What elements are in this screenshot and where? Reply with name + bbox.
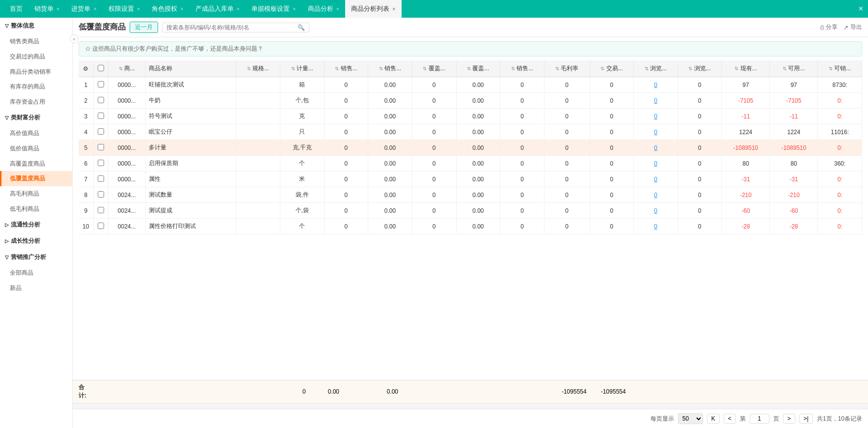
row-checkbox[interactable] <box>93 156 108 171</box>
sidebar-item-sales-products[interactable]: 销售类商品 <box>0 34 72 49</box>
filter-period-button[interactable]: 近一月 <box>130 22 158 33</box>
row-browse1[interactable]: 0 <box>634 219 678 234</box>
row-no: 8 <box>79 187 93 203</box>
row-browse1[interactable]: 0 <box>634 171 678 187</box>
per-page-select[interactable]: 50 100 200 <box>678 413 703 424</box>
sidebar-section-liquidity[interactable]: ▷ 流通性分析 <box>0 217 72 233</box>
sidebar-section-marketing[interactable]: ▽ 营销推广分析 <box>0 249 72 265</box>
row-code: 0000... <box>108 77 145 93</box>
sidebar-item-high-margin[interactable]: 高毛利商品 <box>0 186 72 201</box>
browse1-link[interactable]: 0 <box>654 192 657 199</box>
select-all-checkbox[interactable] <box>98 65 104 71</box>
row-checkbox[interactable] <box>93 171 108 187</box>
sidebar-item-low-value[interactable]: 低价值商品 <box>0 141 72 156</box>
close-permissions-icon[interactable]: × <box>137 6 140 12</box>
nav-role-auth[interactable]: 角色授权 × <box>146 0 189 18</box>
row-browse1[interactable]: 0 <box>634 109 678 124</box>
browse1-link[interactable]: 0 <box>654 207 657 214</box>
nav-purchase-order[interactable]: 进货单 × <box>65 0 102 18</box>
sidebar-item-new-products[interactable]: 新品 <box>0 281 72 296</box>
nav-permissions[interactable]: 权限设置 × <box>103 0 146 18</box>
row-checkbox[interactable] <box>93 187 108 203</box>
sidebar-item-high-value[interactable]: 高价值商品 <box>0 126 72 141</box>
sidebar-item-low-coverage[interactable]: 低覆盖度商品 <box>0 171 72 186</box>
row-sales-qty: 0 <box>324 124 368 140</box>
table-row: 8 0024... 测试数量 袋,件 0 0.00 0 0.00 0 0 0 0… <box>79 187 862 203</box>
nav-template-settings[interactable]: 单据模板设置 × <box>245 0 301 18</box>
sidebar-item-category-turnover[interactable]: 商品分类动销率 <box>0 64 72 80</box>
close-purchase-order-icon[interactable]: × <box>93 6 96 12</box>
sidebar-item-all-products[interactable]: 全部商品 <box>0 265 72 281</box>
table-row: 6 0000... 启用保质期 个 0 0.00 0 0.00 0 0 0 0 … <box>79 156 862 171</box>
sort-current-icon: ⇅ <box>734 66 738 71</box>
sidebar-section-wealth[interactable]: ▽ 类财富分析 <box>0 110 72 126</box>
search-input[interactable] <box>166 24 298 31</box>
browse1-link[interactable]: 0 <box>654 82 657 88</box>
row-browse1[interactable]: 0 <box>634 156 678 171</box>
page-number-input[interactable] <box>750 414 769 424</box>
browse1-link[interactable]: 0 <box>654 97 657 104</box>
row-browse2: 0 <box>678 124 722 140</box>
sidebar-section-overview[interactable]: ▽ 整体信息 <box>0 18 72 34</box>
sidebar-item-stocked-products[interactable]: 有库存的商品 <box>0 79 72 94</box>
row-no: 3 <box>79 109 93 124</box>
row-cov2: 0.00 <box>456 219 500 234</box>
export-button[interactable]: ↗ 导出 <box>843 23 862 31</box>
row-browse1[interactable]: 0 <box>634 93 678 109</box>
row-browse1[interactable]: 0 <box>634 203 678 219</box>
row-sales-amt: 0.00 <box>368 77 412 93</box>
row-checkbox[interactable] <box>93 140 108 156</box>
row-checkbox[interactable] <box>93 124 108 140</box>
first-page-button[interactable]: K <box>707 414 720 424</box>
sidebar-item-high-coverage[interactable]: 高覆盖度商品 <box>0 156 72 171</box>
close-product-warehouse-icon[interactable]: × <box>237 6 240 12</box>
row-trade: 0 <box>590 219 634 234</box>
browse1-link[interactable]: 0 <box>654 129 657 136</box>
nav-sales-order[interactable]: 销货单 × <box>28 0 65 18</box>
browse1-link[interactable]: 0 <box>654 113 657 120</box>
col-settings[interactable]: ⚙ <box>79 60 93 77</box>
row-checkbox[interactable] <box>93 93 108 109</box>
close-template-settings-icon[interactable]: × <box>293 6 296 12</box>
row-checkbox[interactable] <box>93 77 108 93</box>
table-row: 10 0024... 属性价格打印测试 个 0 0.00 0 0.00 0 0 … <box>79 219 862 234</box>
settings-icon[interactable]: ⚙ <box>83 65 88 72</box>
nav-home[interactable]: 首页 <box>4 0 28 18</box>
close-all-tabs-button[interactable]: × <box>859 4 863 13</box>
row-cov1: 0 <box>412 203 456 219</box>
sidebar-item-low-margin[interactable]: 低毛利商品 <box>0 201 72 217</box>
sidebar-item-traded-products[interactable]: 交易过的商品 <box>0 49 72 64</box>
prev-page-button[interactable]: < <box>724 414 736 424</box>
browse1-link[interactable]: 0 <box>654 223 657 230</box>
row-checkbox[interactable] <box>93 109 108 124</box>
row-sales-amt: 0.00 <box>368 93 412 109</box>
total-records-info: 共1页，10条记录 <box>817 415 862 423</box>
nav-product-analysis-list[interactable]: 商品分析列表 × <box>345 0 401 18</box>
close-product-analysis-icon[interactable]: × <box>336 6 339 12</box>
horizontal-scrollbar[interactable] <box>73 403 868 409</box>
row-browse1[interactable]: 0 <box>634 140 678 156</box>
content-area: 低覆盖度商品 近一月 🔍 ⎙ 分享 ↗ 导出 ☆ 这些商品只有很少客户购买过，是… <box>73 18 868 428</box>
row-browse1[interactable]: 0 <box>634 187 678 203</box>
browse1-link[interactable]: 0 <box>654 144 657 151</box>
sidebar-collapse-button[interactable]: « <box>70 34 79 43</box>
close-role-auth-icon[interactable]: × <box>180 6 183 12</box>
sidebar-section-growth[interactable]: ▷ 成长性分析 <box>0 233 72 249</box>
row-checkbox[interactable] <box>93 219 108 234</box>
close-sales-order-icon[interactable]: × <box>56 6 59 12</box>
share-button[interactable]: ⎙ 分享 <box>820 23 838 31</box>
row-browse1[interactable]: 0 <box>634 77 678 93</box>
next-page-button[interactable]: > <box>783 414 795 424</box>
row-trade: 0 <box>590 93 634 109</box>
last-page-button[interactable]: >| <box>799 414 813 424</box>
close-product-analysis-list-icon[interactable]: × <box>392 6 395 12</box>
browse1-link[interactable]: 0 <box>654 176 657 183</box>
row-checkbox[interactable] <box>93 203 108 219</box>
nav-product-analysis[interactable]: 商品分析 × <box>302 0 345 18</box>
sidebar-item-inventory-capital[interactable]: 库存资金占用 <box>0 94 72 110</box>
row-browse1[interactable]: 0 <box>634 124 678 140</box>
nav-product-warehouse[interactable]: 产成品入库单 × <box>190 0 245 18</box>
search-icon[interactable]: 🔍 <box>298 24 305 31</box>
totals-row: 合计: 0 0.00 0.00 -1095554 -1095554 <box>73 380 868 403</box>
browse1-link[interactable]: 0 <box>654 160 657 167</box>
